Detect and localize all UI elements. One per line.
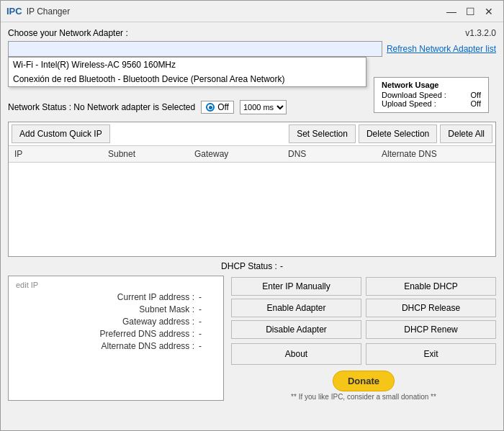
ip-table-header: IP Subnet Gateway DNS Alternate DNS — [9, 146, 495, 163]
edit-current-ip-row: Current IP address : - — [16, 292, 216, 302]
ip-table-body — [9, 163, 495, 256]
header-subnet: Subnet — [105, 148, 192, 160]
header-ip: IP — [12, 148, 105, 160]
upload-speed-row: Upload Speed : Off — [382, 99, 481, 108]
edit-preferred-dns-label: Preferred DNS address : — [100, 329, 194, 339]
adapter-dropdown-menu: Wi-Fi - Intel(R) Wireless-AC 9560 160MHz… — [8, 57, 366, 87]
exit-button[interactable]: Exit — [366, 343, 496, 365]
network-status-label: Network Status : No Network adapter is S… — [8, 102, 195, 112]
enable-dhcp-button[interactable]: Enable DHCP — [366, 277, 496, 296]
edit-alternate-dns-row: Alternate DNS address : - — [16, 341, 216, 351]
about-button[interactable]: About — [231, 343, 361, 365]
adapter-select[interactable]: Wi-Fi - Intel(R) Wireless-AC 9560 160MHz… — [8, 41, 382, 57]
edit-preferred-dns-row: Preferred DNS address : - — [16, 329, 216, 339]
set-selection-button[interactable]: Set Selection — [289, 124, 356, 143]
edit-gateway-row: Gateway address : - — [16, 317, 216, 327]
dhcp-status-label: DHCP Status : — [221, 261, 277, 271]
adapter-select-wrapper: Wi-Fi - Intel(R) Wireless-AC 9560 160MHz… — [8, 41, 382, 57]
header-alt-dns: Alternate DNS — [379, 148, 492, 160]
download-speed-value: Off — [471, 91, 481, 99]
action-row-4: About Exit — [231, 343, 496, 365]
edit-alternate-dns-value: - — [199, 341, 213, 351]
enable-adapter-button[interactable]: Enable Adapter — [231, 299, 361, 317]
radio-off-label: Off — [217, 102, 229, 112]
edit-subnet-value: - — [199, 304, 213, 314]
add-custom-quick-ip-button[interactable]: Add Custom Quick IP — [12, 124, 110, 143]
close-button[interactable]: ✕ — [480, 4, 498, 19]
edit-panel: edit IP Current IP address : - Subnet Ma… — [8, 276, 224, 401]
action-row-2: Enable Adapter DHCP Release — [231, 299, 496, 317]
header-dns: DNS — [285, 148, 379, 160]
app-icon: IPC — [6, 6, 22, 17]
edit-gateway-label: Gateway address : — [122, 317, 194, 327]
donate-section: Donate ** If you like IPC, consider a sm… — [231, 371, 496, 401]
action-panel: Enter IP Manually Enable DHCP Enable Ada… — [231, 276, 496, 401]
interval-select[interactable]: 1000 ms 500 ms 2000 ms — [240, 100, 287, 114]
edit-current-ip-label: Current IP address : — [117, 292, 194, 302]
title-controls: — ☐ ✕ — [443, 4, 498, 19]
enter-ip-manually-button[interactable]: Enter IP Manually — [231, 277, 361, 296]
header-gateway: Gateway — [192, 148, 285, 160]
ip-table-toolbar: Add Custom Quick IP Set Selection Delete… — [9, 122, 495, 146]
window-title: IP Changer — [27, 6, 443, 17]
edit-alternate-dns-label: Alternate DNS address : — [102, 341, 194, 351]
delete-all-button[interactable]: Delete All — [440, 124, 492, 143]
main-content: Choose your Network Adapter : v1.3.2.0 W… — [1, 22, 503, 430]
upload-speed-label: Upload Speed : — [382, 99, 436, 108]
dhcp-status-row: DHCP Status : - — [8, 260, 496, 273]
edit-current-ip-value: - — [199, 292, 213, 302]
dropdown-item-bt[interactable]: Conexión de red Bluetooth - Bluetooth De… — [9, 72, 366, 86]
radio-off-btn — [206, 103, 215, 112]
edit-preferred-dns-value: - — [199, 329, 213, 339]
dhcp-release-button[interactable]: DHCP Release — [366, 299, 496, 317]
network-usage-panel: Network Usage Download Speed : Off Uploa… — [374, 77, 489, 113]
download-speed-row: Download Speed : Off — [382, 91, 481, 99]
ip-table-section: Add Custom Quick IP Set Selection Delete… — [8, 122, 496, 257]
edit-subnet-row: Subnet Mask : - — [16, 304, 216, 314]
maximize-button[interactable]: ☐ — [462, 4, 479, 19]
refresh-adapter-link[interactable]: Refresh Network Adapter list — [387, 44, 496, 54]
dhcp-renew-button[interactable]: DHCP Renew — [366, 320, 496, 339]
radio-off-inner — [209, 106, 212, 109]
radio-off-group[interactable]: Off — [201, 101, 234, 114]
download-speed-label: Download Speed : — [382, 91, 446, 99]
donate-button[interactable]: Donate — [333, 371, 395, 391]
bottom-section: edit IP Current IP address : - Subnet Ma… — [8, 276, 496, 401]
main-window: IPC IP Changer — ☐ ✕ Choose your Network… — [0, 0, 504, 431]
delete-selection-button[interactable]: Delete Selection — [359, 124, 437, 143]
edit-subnet-label: Subnet Mask : — [139, 304, 194, 314]
title-bar: IPC IP Changer — ☐ ✕ — [1, 1, 503, 22]
adapter-row: Wi-Fi - Intel(R) Wireless-AC 9560 160MHz… — [8, 41, 496, 57]
network-usage-title: Network Usage — [382, 81, 481, 89]
disable-adapter-button[interactable]: Disable Adapter — [231, 320, 361, 339]
action-row-1: Enter IP Manually Enable DHCP — [231, 277, 496, 296]
version-label: v1.3.2.0 — [465, 28, 496, 38]
action-row-3: Disable Adapter DHCP Renew — [231, 320, 496, 339]
upload-speed-value: Off — [471, 99, 481, 108]
edit-panel-header: edit IP — [16, 281, 216, 289]
donate-note: ** If you like IPC, consider a small don… — [291, 393, 436, 401]
choose-adapter-label: Choose your Network Adapter : — [8, 28, 128, 38]
dhcp-status-value: - — [280, 261, 283, 271]
minimize-button[interactable]: — — [443, 4, 460, 19]
dropdown-item-wifi[interactable]: Wi-Fi - Intel(R) Wireless-AC 9560 160MHz — [9, 58, 366, 72]
edit-gateway-value: - — [199, 317, 213, 327]
top-row: Choose your Network Adapter : v1.3.2.0 — [8, 28, 496, 38]
